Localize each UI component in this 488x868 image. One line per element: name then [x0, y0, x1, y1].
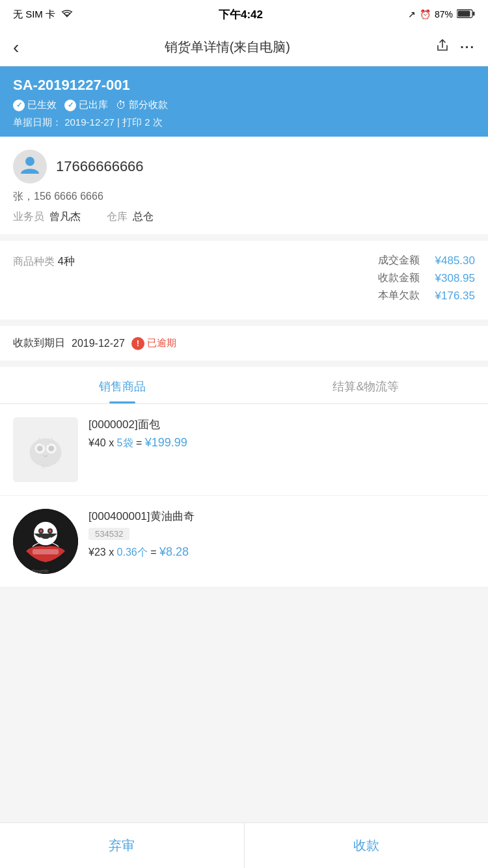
battery-percent: 87%: [435, 9, 453, 20]
sales-rep-label: 业务员: [13, 210, 44, 224]
status-left: 无 SIM 卡: [13, 8, 74, 21]
due-date-label: 收款到期日: [13, 336, 65, 350]
tabs-row: 销售商品 结算&物流等: [0, 367, 488, 404]
stats-section: 商品种类 4种 成交金额 ¥485.30 收款金额 ¥308.95 本单欠款 ¥…: [0, 241, 488, 319]
status-shipped: ✓ 已出库: [64, 99, 108, 111]
product-name-1: [0000002]面包: [88, 417, 475, 432]
type-label: 商品种类: [13, 256, 55, 267]
location-icon: ↗: [408, 9, 416, 20]
product-item: 鱼+ [0000002]面包 ¥40 x 5袋 = ¥199.99: [0, 404, 488, 496]
price-total-2: ¥8.28: [159, 545, 189, 558]
svg-point-7: [37, 446, 43, 452]
svg-point-14: [40, 530, 42, 532]
tab-settlement[interactable]: 结算&物流等: [244, 367, 488, 403]
print-info: | 打印 2 次: [117, 116, 163, 128]
status-bar: 无 SIM 卡 下午4:42 ↗ ⏰ 87%: [0, 0, 488, 29]
warehouse-label: 仓库: [107, 210, 128, 224]
price-qty-2: 0.36个: [117, 547, 148, 558]
price-x-1: x: [109, 437, 116, 448]
bottom-bar: 弃审 收款: [0, 822, 488, 868]
svg-rect-2: [457, 10, 470, 16]
customer-meta: 业务员 曾凡杰 仓库 总仓: [13, 210, 475, 224]
due-section: 收款到期日 2019-12-27 ! 已逾期: [0, 326, 488, 360]
owed-label: 本单欠款: [378, 289, 420, 303]
svg-rect-1: [472, 12, 474, 16]
svg-rect-16: [33, 549, 59, 554]
cancel-audit-button[interactable]: 弃审: [0, 823, 245, 868]
collect-payment-button[interactable]: 收款: [245, 823, 489, 868]
person-icon: [18, 153, 42, 181]
nav-left: ‹: [13, 37, 19, 58]
product-price-1: ¥40 x 5袋 = ¥199.99: [88, 436, 475, 450]
no-sim-text: 无 SIM 卡: [13, 8, 55, 21]
check-icon-2: ✓: [64, 100, 76, 111]
date-label: 单据日期：: [13, 116, 62, 128]
type-count: 4种: [57, 255, 74, 267]
avatar: [13, 150, 47, 183]
owed-row: 本单欠款 ¥176.35: [378, 289, 475, 303]
status-time: 下午4:42: [219, 7, 263, 22]
back-button[interactable]: ‹: [13, 37, 19, 58]
customer-section: 17666666666 张，156 6666 6666 业务员 曾凡杰 仓库 总…: [0, 137, 488, 234]
price-unit-1: ¥40: [88, 437, 106, 448]
customer-phone: 17666666666: [56, 158, 144, 175]
svg-point-3: [25, 157, 34, 166]
svg-text:鱼+: 鱼+: [41, 463, 49, 469]
sales-rep-value: 曾凡杰: [49, 210, 81, 224]
due-date-value: 2019-12-27: [72, 338, 125, 349]
product-sku-2: 534532: [88, 528, 129, 540]
overdue-badge: ! 已逾期: [131, 337, 176, 350]
check-icon-1: ✓: [13, 100, 25, 111]
collected-value: ¥308.95: [435, 272, 475, 285]
status-partial-label: 部分收款: [129, 99, 168, 111]
order-date-row: 单据日期： 2019-12-27 | 打印 2 次: [13, 116, 475, 129]
nav-right: ···: [435, 38, 475, 57]
product-thumbnail-2: silhouette: [13, 509, 78, 574]
price-eq-2: =: [150, 547, 159, 558]
meta-warehouse: 仓库 总仓: [107, 210, 154, 224]
customer-row: 17666666666: [13, 150, 475, 183]
product-placeholder-1: 鱼+: [13, 417, 78, 482]
product-info-1: [0000002]面包 ¥40 x 5袋 = ¥199.99: [88, 417, 475, 450]
battery-icon: [457, 9, 475, 20]
customer-name-phone: 张，156 6666 6666: [13, 190, 475, 204]
clock-icon: ⏱: [116, 100, 126, 111]
bottom-spacer: [0, 588, 488, 640]
meta-sales-rep: 业务员 曾凡杰: [13, 210, 81, 224]
price-qty-1: 5袋: [117, 437, 133, 448]
cancel-audit-label: 弃审: [109, 837, 135, 854]
order-date: 2019-12-27: [64, 116, 115, 128]
wifi-icon: [61, 9, 74, 20]
price-eq-1: =: [136, 437, 145, 448]
status-partial: ⏱ 部分收款: [116, 99, 168, 111]
warehouse-value: 总仓: [133, 210, 154, 224]
share-icon[interactable]: [435, 38, 450, 57]
collected-label: 收款金额: [378, 271, 420, 285]
product-item-2: silhouette [000400001]黄油曲奇 534532 ¥23 x …: [0, 496, 488, 588]
product-type-stat: 商品种类 4种: [13, 254, 75, 269]
products-section: 鱼+ [0000002]面包 ¥40 x 5袋 = ¥199.99: [0, 404, 488, 588]
order-id: SA-20191227-001: [13, 77, 475, 94]
overdue-label: 已逾期: [147, 337, 176, 349]
tab-products[interactable]: 销售商品: [0, 367, 244, 403]
collected-row: 收款金额 ¥308.95: [378, 271, 475, 285]
product-thumbnail-1: 鱼+: [13, 417, 78, 482]
status-effective: ✓ 已生效: [13, 99, 57, 111]
price-x-2: x: [109, 547, 116, 558]
deal-amount-row: 成交金额 ¥485.30: [378, 254, 475, 267]
page-title: 销货单详情(来自电脑): [165, 38, 290, 56]
owed-value: ¥176.35: [435, 290, 475, 303]
alarm-icon: ⏰: [420, 9, 431, 20]
svg-point-4: [30, 439, 62, 467]
order-header: SA-20191227-001 ✓ 已生效 ✓ 已出库 ⏱ 部分收款 单据日期：…: [0, 66, 488, 137]
status-shipped-label: 已出库: [79, 99, 108, 111]
svg-text:silhouette: silhouette: [29, 569, 49, 573]
nav-bar: ‹ 销货单详情(来自电脑) ···: [0, 29, 488, 66]
collect-payment-label: 收款: [353, 837, 379, 854]
price-unit-2: ¥23: [88, 547, 106, 558]
product-info-2: [000400001]黄油曲奇 534532 ¥23 x 0.36个 = ¥8.…: [88, 509, 475, 560]
svg-point-15: [49, 530, 51, 532]
more-icon[interactable]: ···: [460, 40, 475, 55]
deal-amount-value: ¥485.30: [435, 254, 475, 267]
order-status-row: ✓ 已生效 ✓ 已出库 ⏱ 部分收款: [13, 99, 475, 111]
